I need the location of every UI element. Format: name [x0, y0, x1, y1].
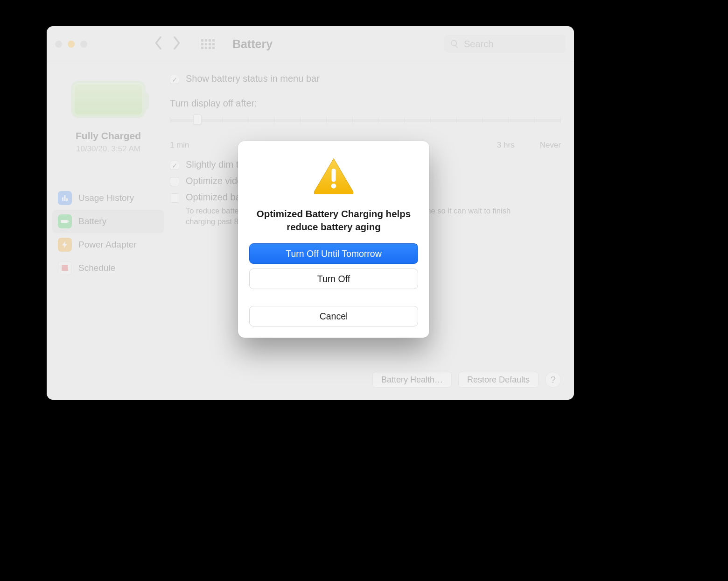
dialog-title: Optimized Battery Charging helps reduce …: [254, 207, 413, 233]
system-preferences-window: Battery Search Fully Charged 10/30/20, 3…: [47, 26, 574, 400]
turn-off-until-tomorrow-button[interactable]: Turn Off Until Tomorrow: [249, 243, 418, 264]
svg-point-1: [331, 184, 336, 189]
optimized-charging-dialog: Optimized Battery Charging helps reduce …: [238, 141, 429, 338]
svg-rect-0: [332, 169, 336, 182]
turn-off-button[interactable]: Turn Off: [249, 269, 418, 289]
cancel-button[interactable]: Cancel: [249, 306, 418, 326]
dialog-buttons: Turn Off Until Tomorrow Turn Off Cancel: [249, 243, 418, 326]
warning-icon: [313, 157, 355, 194]
